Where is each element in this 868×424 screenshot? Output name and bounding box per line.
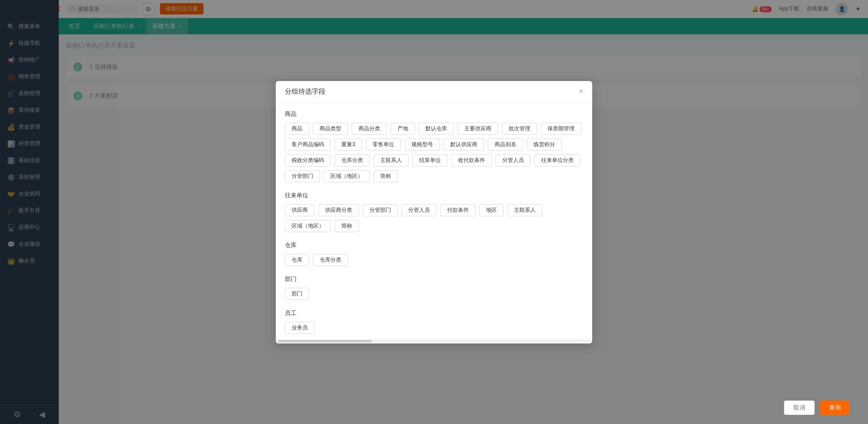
dialog-footer: 取消 查询 — [784, 400, 850, 415]
dialog-header: 分组待选字段 × — [276, 81, 592, 103]
field-chip[interactable]: 商品别名 — [488, 138, 523, 151]
field-chip[interactable]: 简称 — [373, 170, 398, 182]
field-chips: 部门 — [285, 288, 583, 300]
field-chip[interactable]: 业务员 — [285, 322, 315, 334]
field-section-往来单位: 往来单位供应商供应商分类分管部门分管人员付款条件地区主联系人区域（地区）简称 — [285, 191, 583, 232]
field-chip[interactable]: 税收分类编码 — [285, 154, 331, 167]
field-chip[interactable]: 商品类型 — [313, 123, 348, 135]
field-chip[interactable]: 炼货积分 — [527, 138, 562, 151]
field-chip[interactable]: 分管部门 — [285, 170, 320, 182]
section-title: 仓库 — [285, 241, 583, 249]
field-chip[interactable]: 收付款条件 — [451, 154, 492, 167]
field-chip[interactable]: 分管部门 — [363, 204, 398, 216]
field-chip[interactable]: 主联系人 — [507, 204, 542, 216]
dialog-close-btn[interactable]: × — [579, 88, 583, 95]
dialog-title: 分组待选字段 — [285, 87, 326, 96]
field-chip[interactable]: 往来单位分类 — [534, 154, 580, 167]
field-chip[interactable]: 默认供应商 — [443, 138, 484, 151]
field-chips: 业务员 — [285, 322, 583, 334]
field-chip[interactable]: 区域（地区） — [285, 220, 331, 232]
field-chip[interactable]: 商品分类 — [352, 123, 387, 135]
field-chip[interactable]: 区域（地区） — [324, 170, 370, 182]
field-chip[interactable]: 分管人员 — [401, 204, 437, 216]
field-chips: 供应商供应商分类分管部门分管人员付款条件地区主联系人区域（地区）简称 — [285, 204, 583, 232]
field-chip[interactable]: 供应商分类 — [318, 204, 359, 216]
field-chip[interactable]: 规格型号 — [405, 138, 440, 151]
field-chip[interactable]: 默认仓库 — [419, 123, 454, 135]
dialog-body[interactable]: 商品商品商品类型商品分类产地默认仓库主要供应商批次管理保质期管理客户商品编码重量… — [276, 103, 592, 339]
field-chip[interactable]: 部门 — [285, 288, 309, 300]
confirm-button[interactable]: 查询 — [820, 400, 850, 415]
field-section-员工: 员工业务员 — [285, 309, 583, 334]
field-chip[interactable]: 仓库 — [285, 254, 309, 266]
field-chip[interactable]: 主联系人 — [373, 154, 409, 167]
field-chip[interactable]: 仓库分类 — [335, 154, 370, 167]
field-chip[interactable]: 零售单位 — [366, 138, 401, 151]
field-chip[interactable]: 重量3 — [335, 138, 362, 151]
section-title: 员工 — [285, 309, 583, 317]
field-chip[interactable]: 主要供应商 — [458, 123, 498, 135]
dialog-hscrollbar[interactable] — [276, 339, 592, 343]
field-chip[interactable]: 供应商 — [285, 204, 315, 216]
field-section-部门: 部门部门 — [285, 275, 583, 300]
section-title: 商品 — [285, 110, 583, 118]
field-chips: 商品商品类型商品分类产地默认仓库主要供应商批次管理保质期管理客户商品编码重量3零… — [285, 123, 583, 182]
field-chip[interactable]: 分管人员 — [495, 154, 531, 167]
field-chip[interactable]: 仓库分类 — [313, 254, 348, 266]
field-chip[interactable]: 结算单位 — [412, 154, 448, 167]
modal-overlay: 分组待选字段 × 商品商品商品类型商品分类产地默认仓库主要供应商批次管理保质期管… — [0, 0, 868, 424]
field-section-商品: 商品商品商品类型商品分类产地默认仓库主要供应商批次管理保质期管理客户商品编码重量… — [285, 110, 583, 182]
cancel-button[interactable]: 取消 — [784, 400, 815, 415]
field-chips: 仓库仓库分类 — [285, 254, 583, 266]
field-section-仓库: 仓库仓库仓库分类 — [285, 241, 583, 266]
field-chip[interactable]: 批次管理 — [502, 123, 537, 135]
field-chip[interactable]: 地区 — [479, 204, 504, 216]
field-chip[interactable]: 客户商品编码 — [285, 138, 331, 151]
field-chip[interactable]: 商品 — [285, 123, 309, 135]
field-chip[interactable]: 简称 — [335, 220, 359, 232]
field-chip[interactable]: 产地 — [391, 123, 415, 135]
field-chip[interactable]: 保质期管理 — [541, 123, 581, 135]
section-title: 往来单位 — [285, 191, 583, 200]
section-title: 部门 — [285, 275, 583, 283]
field-chip[interactable]: 付款条件 — [440, 204, 476, 216]
dialog: 分组待选字段 × 商品商品商品类型商品分类产地默认仓库主要供应商批次管理保质期管… — [276, 81, 592, 343]
